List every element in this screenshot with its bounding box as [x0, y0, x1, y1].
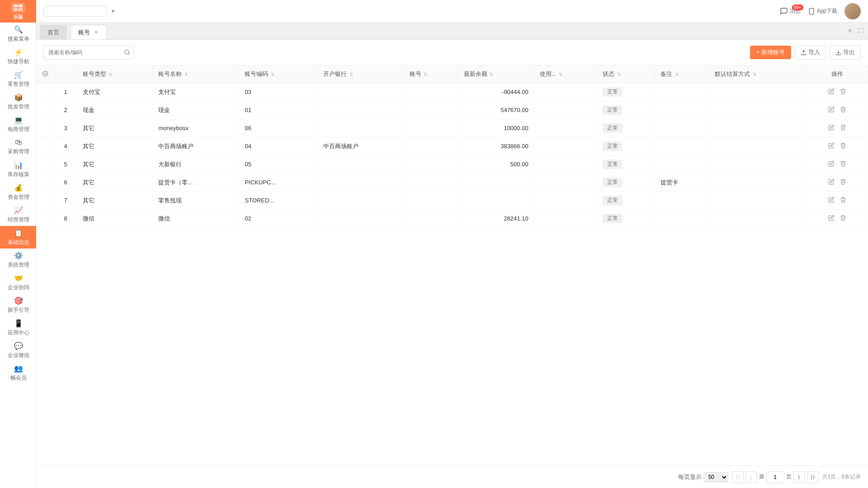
- page-first-button[interactable]: ⟨⟨: [732, 471, 744, 483]
- row-name: 支付宝: [153, 83, 239, 101]
- sidebar-item-shortcut[interactable]: ⚡ 快捷导航: [0, 45, 36, 68]
- edit-button[interactable]: [826, 196, 836, 205]
- import-button[interactable]: 导入: [795, 45, 826, 60]
- col-account-header[interactable]: 账号 ⇅: [404, 66, 458, 83]
- topbar-search-input[interactable]: [43, 6, 107, 17]
- sidebar-item-search[interactable]: 🔍 搜索菜单: [0, 23, 36, 45]
- row-code: 01: [239, 101, 318, 119]
- edit-button[interactable]: [826, 87, 836, 97]
- search-wrap: [43, 45, 134, 60]
- sidebar-item-agreement[interactable]: 🤝 企业协同: [0, 271, 36, 294]
- page-size-label: 每页显示: [678, 473, 702, 481]
- row-account: [404, 210, 458, 228]
- col-settings: [36, 66, 54, 83]
- sidebar-item-finance[interactable]: 💰 资金管理: [0, 181, 36, 203]
- edit-button[interactable]: [826, 178, 836, 187]
- export-icon: [835, 50, 841, 56]
- tab-account[interactable]: 账号 ✕: [71, 25, 107, 39]
- expand-window-button[interactable]: ⛶: [857, 27, 864, 34]
- row-account: [404, 83, 458, 101]
- col-bank-header[interactable]: 开户银行 ⇅: [317, 66, 404, 83]
- delete-button[interactable]: [838, 105, 848, 115]
- row-settings-cell: [36, 119, 54, 137]
- tab-account-close[interactable]: ✕: [93, 29, 99, 36]
- row-bank: [317, 210, 404, 228]
- sidebar-item-system[interactable]: ⚙️ 系统管理: [0, 249, 36, 271]
- delete-button[interactable]: [838, 196, 848, 205]
- svg-line-7: [128, 54, 130, 55]
- sidebar-item-wechat[interactable]: 💬 企业微信: [0, 339, 36, 361]
- row-status: 正常: [597, 155, 655, 174]
- page-last-button[interactable]: ⟩⟩: [807, 471, 819, 483]
- topbar-app-download[interactable]: App下载: [808, 7, 837, 15]
- delete-button[interactable]: [838, 87, 848, 97]
- table-row: 1 支付宝 支付宝 03 -90444.00 正常: [36, 83, 868, 101]
- row-use: [534, 210, 597, 228]
- page-number-input[interactable]: [766, 471, 784, 483]
- row-code: 03: [239, 83, 318, 101]
- edit-button[interactable]: [826, 123, 836, 133]
- row-remark: [655, 137, 709, 155]
- svg-rect-4: [809, 8, 813, 14]
- sidebar-item-guide[interactable]: 🎯 新手引导: [0, 294, 36, 316]
- delete-button[interactable]: [838, 123, 848, 133]
- app-version: 乐版: [13, 14, 23, 20]
- row-actions: [807, 83, 868, 101]
- row-num: 4: [54, 137, 77, 155]
- sidebar-item-retail[interactable]: 🛒 零售管理: [0, 68, 36, 90]
- export-button[interactable]: 导出: [830, 45, 861, 60]
- row-code: PICKUPC...: [239, 174, 318, 192]
- page-prev-button[interactable]: ⟨: [745, 471, 757, 483]
- page-next-button[interactable]: ⟩: [793, 471, 805, 483]
- row-remark: [655, 210, 709, 228]
- delete-button[interactable]: [838, 214, 848, 223]
- sidebar-item-operations[interactable]: 📈 经营管理: [0, 203, 36, 226]
- row-remark: [655, 119, 709, 137]
- edit-button[interactable]: [826, 160, 836, 169]
- sidebar-item-member[interactable]: 👥 畅会员: [0, 361, 36, 384]
- col-name-header[interactable]: 账号名称 ⇅: [153, 66, 239, 83]
- col-balance-header[interactable]: 最新余额 ⇅: [458, 66, 534, 83]
- search-button[interactable]: [121, 46, 133, 59]
- row-bank: 中百商场账户: [317, 137, 404, 155]
- tab-home[interactable]: 首页: [40, 25, 67, 39]
- col-code-header[interactable]: 账号编码 ⇅: [239, 66, 318, 83]
- table-settings-icon[interactable]: [42, 70, 48, 77]
- add-account-button[interactable]: + 新增账号: [750, 46, 791, 59]
- edit-button[interactable]: [826, 105, 836, 115]
- sidebar-item-wholesale[interactable]: 📦 批发管理: [0, 90, 36, 113]
- col-default-payment-header[interactable]: 默认结算方式 ⇅: [709, 66, 807, 83]
- edit-button[interactable]: [826, 214, 836, 223]
- page-size-select[interactable]: 50 10 20 100: [703, 472, 728, 482]
- col-remark-header[interactable]: 备注 ⇅: [655, 66, 709, 83]
- row-type: 其它: [77, 174, 153, 192]
- delete-button[interactable]: [838, 141, 848, 151]
- col-status-header[interactable]: 状态 ⇅: [597, 66, 655, 83]
- sidebar-item-inventory[interactable]: 📊 库存核算: [0, 158, 36, 181]
- delete-button[interactable]: [838, 160, 848, 169]
- toolbar-right: + 新增账号 导入 导出: [750, 45, 861, 60]
- sidebar-label-operations: 经营管理: [8, 216, 29, 224]
- user-avatar[interactable]: [844, 3, 861, 19]
- edit-button[interactable]: [826, 141, 836, 151]
- sidebar-item-basic[interactable]: 📋 基础信息: [0, 226, 36, 249]
- delete-button[interactable]: [838, 178, 848, 187]
- row-type: 微信: [77, 210, 153, 228]
- row-status: 正常: [597, 174, 655, 192]
- row-use: [534, 137, 597, 155]
- window-controls: ✕ ⛶: [846, 22, 868, 39]
- close-window-button[interactable]: ✕: [846, 27, 854, 34]
- row-num: 6: [54, 174, 77, 192]
- sidebar-item-appcenter[interactable]: 📱 应用中心: [0, 316, 36, 339]
- row-actions: [807, 210, 868, 228]
- topbar-message[interactable]: 消息 99+: [780, 7, 801, 15]
- sidebar-item-ecommerce[interactable]: 💻 电商管理: [0, 113, 36, 136]
- topbar-dropdown-arrow[interactable]: ▼: [110, 8, 116, 14]
- account-search-input[interactable]: [44, 47, 121, 58]
- sidebar-item-purchase[interactable]: 🛍 采购管理: [0, 136, 36, 158]
- col-type-header[interactable]: 账号类型 ⇅: [77, 66, 153, 83]
- sidebar: 乐版 🔍 搜索菜单 ⚡ 快捷导航 🛒 零售管理 📦 批发管理 💻 电商管理 🛍 …: [0, 0, 36, 488]
- row-account: [404, 174, 458, 192]
- col-use-header[interactable]: 使用... ⇅: [534, 66, 597, 83]
- row-code: 04: [239, 137, 318, 155]
